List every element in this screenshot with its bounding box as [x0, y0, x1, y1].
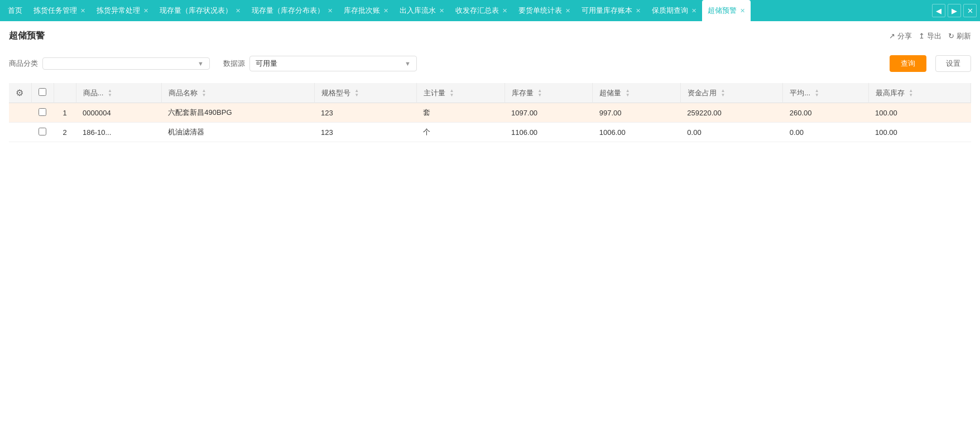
nav-item-home[interactable]: 首页 — [2, 0, 28, 21]
sort-icon: ▲▼ — [450, 89, 454, 98]
row-product-name: 六配套新昌490BPG — [161, 103, 314, 123]
row-overstock: 997.00 — [593, 103, 681, 123]
table-header-row: ⚙ 商品... ▲▼ 商品名称 ▲▼ 规格型号 ▲▼ — [9, 83, 971, 103]
table-row: 2 186-10... 机油滤清器 123 个 1106.00 1006.00 … — [9, 123, 971, 142]
nav-item-order-stats[interactable]: 要货单统计表 ✕ — [513, 0, 576, 21]
datasource-value: 可用量 — [256, 59, 277, 69]
row-fund-usage: 259220.00 — [680, 103, 782, 123]
category-filter: 商品分类 ▼ — [9, 57, 210, 70]
col-stock[interactable]: 库存量 ▲▼ — [505, 83, 593, 103]
col-unit[interactable]: 主计量 ▲▼ — [416, 83, 505, 103]
row-index: 1 — [54, 103, 76, 123]
datasource-select[interactable]: 可用量 ▼ — [249, 56, 417, 71]
export-button[interactable]: ↥ 导出 — [919, 31, 941, 41]
category-label: 商品分类 — [9, 59, 38, 69]
col-product-code[interactable]: 商品... ▲▼ — [76, 83, 161, 103]
top-navigation: 首页 拣货任务管理 ✕ 拣货异常处理 ✕ 现存量（库存状况表） ✕ 现存量（库存… — [0, 0, 980, 21]
row-unit: 个 — [416, 123, 505, 142]
row-settings-cell — [9, 123, 31, 142]
nav-close-button[interactable]: ✕ — [963, 4, 977, 17]
col-overstock[interactable]: 超储量 ▲▼ — [593, 83, 681, 103]
nav-arrows: ◀ ▶ ✕ — [931, 4, 978, 17]
sort-icon: ▲▼ — [815, 89, 819, 98]
row-overstock: 1006.00 — [593, 123, 681, 142]
close-icon[interactable]: ✕ — [383, 7, 388, 14]
share-icon: ↗ — [889, 32, 895, 40]
nav-item-abnormal[interactable]: 拣货异常处理 ✕ — [91, 0, 154, 21]
sort-icon: ▲▼ — [354, 89, 359, 98]
row-checkbox[interactable] — [39, 108, 46, 116]
close-icon[interactable]: ✕ — [740, 7, 745, 14]
nav-prev-button[interactable]: ◀ — [932, 4, 945, 17]
row-checkbox[interactable] — [39, 128, 46, 135]
select-all-checkbox[interactable] — [39, 88, 46, 96]
page-header: 超储预警 ↗ 分享 ↥ 导出 ↻ 刷新 — [9, 30, 971, 42]
row-checkbox-cell[interactable] — [31, 123, 54, 142]
category-select[interactable]: ▼ — [42, 57, 210, 70]
table-body: 1 0000004 六配套新昌490BPG 123 套 1097.00 997.… — [9, 103, 971, 142]
sort-icon: ▲▼ — [537, 89, 542, 98]
col-spec[interactable]: 规格型号 ▲▼ — [314, 83, 416, 103]
col-max-stock[interactable]: 最高库存 ▲▼ — [868, 83, 971, 103]
col-product-name[interactable]: 商品名称 ▲▼ — [161, 83, 314, 103]
row-fund-usage: 0.00 — [680, 123, 782, 142]
refresh-icon: ↻ — [948, 32, 954, 40]
page-title: 超储预警 — [9, 30, 45, 42]
nav-item-batch-account[interactable]: 库存批次账 ✕ — [338, 0, 394, 21]
close-icon[interactable]: ✕ — [439, 7, 444, 14]
sort-icon: ▲▼ — [909, 89, 913, 98]
row-checkbox-cell[interactable] — [31, 103, 54, 123]
row-settings-cell — [9, 103, 31, 123]
col-avg[interactable]: 平均... ▲▼ — [783, 83, 868, 103]
close-icon[interactable]: ✕ — [636, 7, 641, 14]
nav-item-quality-check[interactable]: 保质期查询 ✕ — [646, 0, 702, 21]
row-max-stock: 100.00 — [868, 123, 971, 142]
filter-actions: 查询 设置 — [890, 55, 971, 72]
nav-item-overstock-alert[interactable]: 超储预警 ✕ — [702, 0, 751, 21]
sort-icon: ▲▼ — [108, 89, 112, 98]
refresh-button[interactable]: ↻ 刷新 — [948, 31, 971, 41]
row-product-code: 186-10... — [76, 123, 161, 142]
row-product-code: 0000004 — [76, 103, 161, 123]
close-icon[interactable]: ✕ — [691, 7, 696, 14]
close-icon[interactable]: ✕ — [236, 7, 241, 14]
close-icon[interactable]: ✕ — [565, 7, 570, 14]
main-content: 超储预警 ↗ 分享 ↥ 导出 ↻ 刷新 商品分类 ▼ 数据源 — [0, 21, 980, 446]
row-spec: 123 — [314, 103, 416, 123]
chevron-down-icon: ▼ — [198, 60, 204, 67]
col-settings[interactable]: ⚙ — [9, 83, 31, 103]
nav-item-inventory-status[interactable]: 现存量（库存状况表） ✕ — [154, 0, 246, 21]
sort-icon: ▲▼ — [720, 89, 725, 98]
header-actions: ↗ 分享 ↥ 导出 ↻ 刷新 — [889, 31, 971, 41]
gear-icon[interactable]: ⚙ — [16, 88, 23, 98]
sort-icon: ▲▼ — [626, 89, 630, 98]
col-index — [54, 83, 76, 103]
col-fund-usage[interactable]: 资金占用 ▲▼ — [680, 83, 782, 103]
nav-next-button[interactable]: ▶ — [948, 4, 961, 17]
row-unit: 套 — [416, 103, 505, 123]
nav-item-available-ledger[interactable]: 可用量库存账本 ✕ — [576, 0, 646, 21]
datasource-filter: 数据源 可用量 ▼ — [223, 56, 417, 71]
close-icon[interactable]: ✕ — [328, 7, 333, 14]
settings-button[interactable]: 设置 — [935, 55, 971, 72]
row-product-name: 机油滤清器 — [161, 123, 314, 142]
share-button[interactable]: ↗ 分享 — [889, 31, 912, 41]
data-table: ⚙ 商品... ▲▼ 商品名称 ▲▼ 规格型号 ▲▼ — [9, 83, 971, 142]
col-checkbox[interactable] — [31, 83, 54, 103]
datasource-label: 数据源 — [223, 59, 245, 69]
filter-row: 商品分类 ▼ 数据源 可用量 ▼ 查询 设置 — [9, 51, 971, 76]
nav-item-task-mgmt[interactable]: 拣货任务管理 ✕ — [28, 0, 91, 21]
row-max-stock: 100.00 — [868, 103, 971, 123]
row-stock: 1097.00 — [505, 103, 593, 123]
row-spec: 123 — [314, 123, 416, 142]
nav-item-inout-flow[interactable]: 出入库流水 ✕ — [394, 0, 450, 21]
close-icon[interactable]: ✕ — [502, 7, 507, 14]
row-stock: 1106.00 — [505, 123, 593, 142]
close-icon[interactable]: ✕ — [143, 7, 148, 14]
query-button[interactable]: 查询 — [890, 55, 926, 72]
nav-item-inventory-dist[interactable]: 现存量（库存分布表） ✕ — [246, 0, 338, 21]
chevron-down-icon: ▼ — [405, 60, 411, 67]
close-icon[interactable]: ✕ — [80, 7, 85, 14]
sort-icon: ▲▼ — [201, 89, 206, 98]
nav-item-collect-summary[interactable]: 收发存汇总表 ✕ — [450, 0, 513, 21]
